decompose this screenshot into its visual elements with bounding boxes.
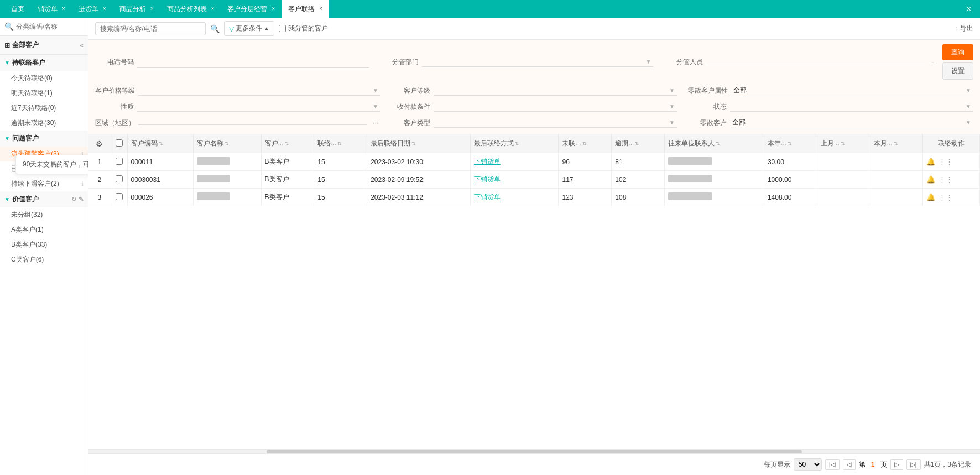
close-sales-icon[interactable]: × bbox=[62, 0, 65, 18]
dept-select[interactable]: ▼ bbox=[422, 57, 654, 67]
sort-uncontacted-icon[interactable]: ⇅ bbox=[582, 141, 587, 147]
price-grade-select[interactable]: ▼ bbox=[138, 86, 380, 96]
sort-person-icon[interactable]: ⇅ bbox=[716, 141, 720, 147]
more-icon-2[interactable]: ⋮⋮ bbox=[939, 175, 953, 184]
query-button[interactable]: 查询 bbox=[942, 44, 973, 60]
table-row: 2 00030031 B类客户 15 2023-02-09 19:52: 下销货… bbox=[88, 171, 980, 189]
manager-dots[interactable]: ··· bbox=[928, 58, 938, 66]
contact-icon-3[interactable]: 🔔 bbox=[926, 193, 935, 201]
row-last-method[interactable]: 下销货单 bbox=[470, 171, 559, 189]
next-page-button[interactable]: ▷ bbox=[890, 459, 903, 470]
sidebar-item-b-class[interactable]: B类客户(33) bbox=[0, 237, 88, 252]
sort-date-icon[interactable]: ⇅ bbox=[411, 141, 416, 147]
nav-sales[interactable]: 销货单 × bbox=[31, 0, 72, 18]
select-all-checkbox[interactable] bbox=[116, 139, 123, 147]
row-last-method[interactable]: 下销货单 bbox=[470, 189, 559, 206]
refresh-icon[interactable]: ↻ bbox=[71, 196, 76, 203]
manager-label: 分管人员 bbox=[664, 58, 703, 67]
manager-select[interactable] bbox=[706, 60, 925, 64]
nav-customer-tier[interactable]: 客户分层经营 × bbox=[221, 0, 282, 18]
more-icon-1[interactable]: ⋮⋮ bbox=[939, 158, 953, 166]
sidebar-item-overdue[interactable]: 逾期未联络(30) bbox=[0, 116, 88, 131]
region-select[interactable] bbox=[138, 121, 367, 125]
sidebar-item-tomorrow[interactable]: 明天待联络(1) bbox=[0, 86, 88, 101]
row-this-year: 1408.00 bbox=[764, 189, 817, 206]
nature-select[interactable]: ▼ bbox=[137, 102, 380, 112]
payment-select[interactable]: ▼ bbox=[434, 102, 677, 112]
sidebar-item-c-class[interactable]: C类客户(6) bbox=[0, 252, 88, 267]
customer-grade-label: 客户等级 bbox=[392, 86, 430, 96]
table-row: 3 000026 B类客户 15 2023-02-03 11:12: 下销货单 … bbox=[88, 189, 980, 206]
row-person-blurred-3 bbox=[668, 192, 712, 200]
prev-page-button[interactable]: ◁ bbox=[843, 459, 856, 470]
export-icon: ↑ bbox=[955, 25, 958, 33]
customer-type-select[interactable]: ▼ bbox=[434, 118, 677, 128]
row-check bbox=[111, 189, 127, 206]
status-select[interactable]: ▼ bbox=[730, 102, 973, 112]
sidebar-all-customers[interactable]: ⊞ 全部客户 « bbox=[0, 36, 88, 55]
my-customers-check[interactable] bbox=[279, 25, 286, 32]
sidebar-item-today[interactable]: 今天待联络(0) bbox=[0, 71, 88, 86]
collapse-icon[interactable]: « bbox=[80, 41, 84, 49]
sidebar-item-a-class[interactable]: A类客户(1) bbox=[0, 222, 88, 237]
sort-overdue-icon[interactable]: ⇅ bbox=[635, 141, 639, 147]
nav-customer-contact[interactable]: 客户联络 × bbox=[282, 0, 329, 18]
customer-type-arrow: ▼ bbox=[669, 119, 675, 126]
sidebar-group-pending[interactable]: ▼ 待联络客户 bbox=[0, 55, 88, 71]
first-page-button[interactable]: |◁ bbox=[825, 459, 840, 470]
sidebar-search-input[interactable] bbox=[16, 23, 88, 30]
nav-purchase[interactable]: 进货单 × bbox=[72, 0, 113, 18]
search-input[interactable] bbox=[95, 22, 206, 35]
sidebar-group-value[interactable]: ▼ 价值客户 ↻ ✎ bbox=[0, 191, 88, 207]
sidebar-item-ungrouped[interactable]: 未分组(32) bbox=[0, 207, 88, 222]
last-page-button[interactable]: ▷| bbox=[906, 459, 921, 470]
filter-payment: 收付款条件 ▼ bbox=[392, 102, 677, 112]
more-icon-3[interactable]: ⋮⋮ bbox=[939, 193, 953, 201]
close-analysis-list-icon[interactable]: × bbox=[211, 0, 215, 18]
close-all-icon[interactable]: × bbox=[962, 4, 976, 13]
close-analysis-icon[interactable]: × bbox=[150, 0, 154, 18]
row-checkbox-1[interactable] bbox=[116, 158, 123, 165]
table-settings-icon[interactable]: ⚙ bbox=[96, 139, 103, 148]
horizontal-scrollbar[interactable] bbox=[88, 449, 980, 453]
sort-method-icon[interactable]: ⇅ bbox=[515, 141, 519, 147]
sort-name-icon[interactable]: ⇅ bbox=[225, 141, 229, 147]
zero-customer-select[interactable]: 全部 ▼ bbox=[730, 116, 973, 129]
pagination: 每页显示 50 20 100 |◁ ◁ 第 1 页 ▷ ▷| 共1页，3条记录 bbox=[88, 453, 980, 475]
contact-icon-2[interactable]: 🔔 bbox=[926, 175, 935, 184]
sort-year-icon[interactable]: ⇅ bbox=[788, 141, 792, 147]
contact-icon-1[interactable]: 🔔 bbox=[926, 158, 935, 166]
nav-analysis-list[interactable]: 商品分析列表 × bbox=[160, 0, 221, 18]
col-this-month: 本月... ⇅ bbox=[870, 134, 923, 153]
nav-home[interactable]: 首页 bbox=[4, 0, 31, 18]
close-customer-contact-icon[interactable]: × bbox=[319, 0, 322, 18]
sort-code-icon[interactable]: ⇅ bbox=[159, 141, 163, 147]
page-size-select[interactable]: 50 20 100 bbox=[794, 458, 822, 471]
row-last-method[interactable]: 下销货单 bbox=[470, 153, 559, 171]
phone-input[interactable] bbox=[137, 56, 369, 68]
settings-button[interactable]: 设置 bbox=[942, 62, 973, 80]
sort-last-month-icon[interactable]: ⇅ bbox=[841, 141, 845, 147]
customer-grade-select[interactable]: ▼ bbox=[434, 86, 677, 96]
close-purchase-icon[interactable]: × bbox=[103, 0, 106, 18]
sort-type-icon[interactable]: ⇅ bbox=[285, 141, 289, 147]
export-button[interactable]: ↑ 导出 bbox=[955, 24, 973, 33]
sidebar-group-problem[interactable]: ▼ 问题客户 bbox=[0, 131, 88, 147]
row-checkbox-3[interactable] bbox=[116, 193, 123, 200]
sidebar-item-declining[interactable]: 持续下滑客户(2) ℹ bbox=[0, 176, 88, 191]
search-button-icon[interactable]: 🔍 bbox=[210, 24, 220, 33]
nav-analysis[interactable]: 商品分析 × bbox=[113, 0, 160, 18]
row-this-year: 1000.00 bbox=[764, 171, 817, 189]
sort-this-month-icon[interactable]: ⇅ bbox=[894, 141, 898, 147]
row-checkbox-2[interactable] bbox=[116, 175, 123, 182]
edit-icon[interactable]: ✎ bbox=[79, 196, 84, 203]
sort-contact-icon[interactable]: ⇅ bbox=[337, 141, 342, 147]
my-customers-checkbox[interactable]: 我分管的客户 bbox=[279, 24, 328, 33]
more-conditions-button[interactable]: ▽ 更多条件 ▲ bbox=[224, 21, 274, 36]
row-contact-person bbox=[665, 171, 764, 189]
zero-attr-select[interactable]: 全部 ▼ bbox=[731, 84, 973, 97]
sidebar-search: 🔍 bbox=[0, 18, 88, 36]
region-dots[interactable]: ··· bbox=[371, 119, 380, 127]
sidebar-item-week[interactable]: 近7天待联络(0) bbox=[0, 101, 88, 116]
close-customer-tier-icon[interactable]: × bbox=[272, 0, 275, 18]
